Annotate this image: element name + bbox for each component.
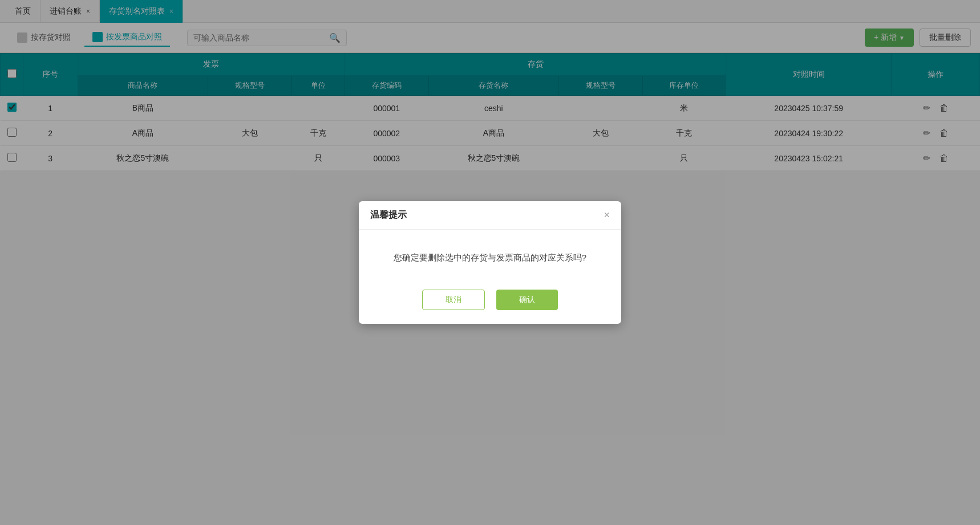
dialog-message: 您确定要删除选中的存货与发票商品的对应关系吗? — [394, 253, 586, 262]
dialog-footer: 取消 确认 — [359, 280, 621, 324]
dialog-title: 温馨提示 — [370, 209, 407, 221]
cancel-button[interactable]: 取消 — [422, 290, 485, 310]
dialog-overlay: 温馨提示 × 您确定要删除选中的存货与发票商品的对应关系吗? 取消 确认 — [0, 0, 980, 525]
dialog-body: 您确定要删除选中的存货与发票商品的对应关系吗? — [359, 230, 621, 280]
confirm-button[interactable]: 确认 — [496, 290, 558, 310]
dialog-header: 温馨提示 × — [359, 201, 621, 230]
dialog-close-button[interactable]: × — [604, 209, 610, 221]
confirm-dialog: 温馨提示 × 您确定要删除选中的存货与发票商品的对应关系吗? 取消 确认 — [359, 201, 621, 324]
